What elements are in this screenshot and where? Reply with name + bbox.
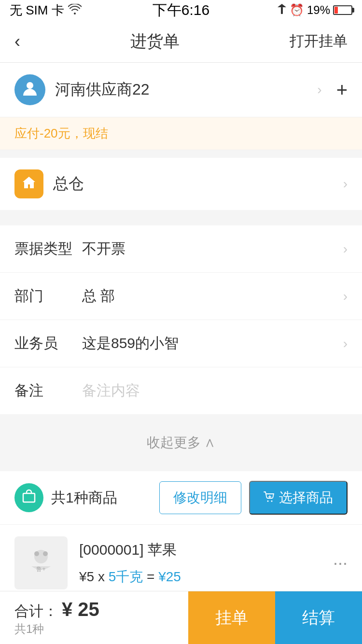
add-supplier-button[interactable]: + (336, 79, 348, 101)
salesperson-value: 这是859的小智 (72, 334, 343, 353)
warehouse-row[interactable]: 总仓 › (0, 158, 362, 210)
product-icon (14, 483, 43, 512)
status-bar: 无 SIM 卡 下午6:16 ⏰ 19% (0, 0, 362, 20)
product-more-button[interactable]: ··· (323, 553, 348, 573)
svg-text:鲁+: 鲁+ (36, 566, 45, 573)
alarm-icon: ⏰ (290, 3, 304, 17)
salesperson-row[interactable]: 业务员 这是859的小智 › (0, 320, 362, 367)
invoice-type-row[interactable]: 票据类型 不开票 › (0, 225, 362, 273)
bottom-bar: 合计： ¥ 25 共1种 挂单 结算 (0, 591, 362, 644)
product-multiply: x (98, 569, 109, 584)
product-title: 苹果 (148, 542, 177, 558)
checkout-button[interactable]: 结算 (275, 591, 362, 644)
svg-rect-0 (281, 7, 283, 14)
department-arrow-icon: › (343, 289, 348, 304)
product-unit-price: ¥5 (79, 569, 94, 584)
product-item: 鲁+ [0000001] 苹果 ¥5 x 5千克 = ¥25 ··· (0, 525, 362, 602)
invoice-type-value: 不开票 (72, 239, 343, 259)
supplier-arrow-icon: › (317, 82, 321, 98)
warehouse-section: 总仓 › (0, 158, 362, 210)
location-icon (277, 3, 287, 17)
product-info: [0000001] 苹果 ¥5 x 5千克 = ¥25 (79, 540, 323, 586)
status-right: ⏰ 19% (277, 3, 352, 17)
department-value: 总 部 (72, 286, 343, 306)
supplier-name: 河南供应商22 (55, 79, 317, 100)
product-code: [0000001] (79, 542, 143, 558)
svg-point-1 (27, 82, 33, 89)
department-row[interactable]: 部门 总 部 › (0, 273, 362, 320)
cart-icon (264, 490, 275, 505)
form-section: 票据类型 不开票 › 部门 总 部 › 业务员 这是859的小智 › 备注 备注… (0, 225, 362, 414)
supplier-avatar (14, 74, 45, 105)
battery-percent: 19% (307, 3, 330, 17)
supplier-section: 河南供应商22 › + 应付-20元，现结 (0, 63, 362, 150)
status-left: 无 SIM 卡 (10, 2, 82, 19)
supplier-row[interactable]: 河南供应商22 › + (0, 63, 362, 117)
svg-point-4 (271, 500, 273, 502)
product-count-label: 共1种商品 (51, 488, 159, 508)
remark-label: 备注 (14, 381, 72, 401)
collapse-button[interactable]: 收起更多 ∧ (0, 422, 362, 463)
content: 河南供应商22 › + 应付-20元，现结 总仓 › 票据类型 不开票 (0, 63, 362, 644)
gap-3 (0, 463, 362, 471)
svg-point-9 (43, 551, 48, 556)
back-button[interactable]: ‹ (14, 31, 20, 52)
select-product-label: 选择商品 (279, 489, 333, 507)
product-total: ¥25 (158, 569, 181, 584)
invoice-type-arrow-icon: › (343, 241, 348, 257)
invoice-type-label: 票据类型 (14, 239, 72, 259)
warehouse-arrow-icon: › (343, 176, 348, 192)
total-text: 合计： (14, 602, 58, 621)
hang-button[interactable]: 挂单 (188, 591, 275, 644)
user-icon (21, 79, 39, 100)
warehouse-icon (14, 169, 43, 198)
product-thumbnail: 鲁+ (14, 536, 68, 589)
svg-point-3 (267, 500, 269, 502)
svg-point-8 (34, 551, 39, 556)
total-amount: ¥ 25 (62, 599, 99, 620)
remark-input[interactable]: 备注内容 (72, 381, 348, 401)
product-price-row: ¥5 x 5千克 = ¥25 (79, 568, 323, 586)
modify-detail-button[interactable]: 修改明细 (159, 481, 241, 514)
salesperson-arrow-icon: › (343, 336, 348, 351)
gap-2 (0, 218, 362, 225)
product-name: [0000001] 苹果 (79, 540, 323, 560)
select-product-button[interactable]: 选择商品 (249, 481, 348, 515)
notice-bar: 应付-20元，现结 (0, 117, 362, 150)
salesperson-label: 业务员 (14, 334, 72, 353)
svg-rect-2 (23, 493, 35, 502)
open-hang-button[interactable]: 打开挂单 (290, 31, 348, 51)
home-icon (22, 175, 36, 193)
gap-1 (0, 150, 362, 158)
product-qty: 5千克 (109, 569, 143, 584)
shopping-icon (21, 489, 37, 507)
product-default-icon: 鲁+ (24, 543, 58, 583)
nav-bar: ‹ 进货单 打开挂单 (0, 20, 362, 63)
battery-icon (333, 5, 352, 15)
remark-row[interactable]: 备注 备注内容 (0, 367, 362, 414)
department-label: 部门 (14, 286, 72, 306)
page-title: 进货单 (130, 30, 180, 53)
status-time: 下午6:16 (153, 0, 209, 20)
carrier-label: 无 SIM 卡 (10, 2, 64, 19)
warehouse-name: 总仓 (53, 173, 343, 195)
total-section: 合计： ¥ 25 共1种 (0, 599, 188, 637)
total-count: 共1种 (14, 621, 174, 637)
total-label: 合计： ¥ 25 (14, 599, 174, 621)
product-equals: = (147, 569, 158, 584)
wifi-icon (68, 3, 82, 18)
product-header: 共1种商品 修改明细 选择商品 (0, 471, 362, 525)
